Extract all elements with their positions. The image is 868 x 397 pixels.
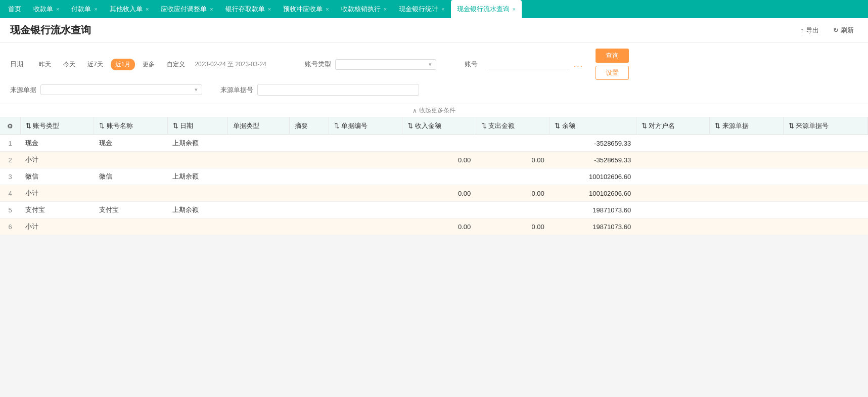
source-doc-label: 来源单据 [10,85,36,95]
cell-idx: 6 [0,218,20,235]
nav-cash-bank-flow[interactable]: 现金银行流水查询 × [451,0,522,18]
nav-home-label: 首页 [8,0,21,18]
nav-collection-exec-close[interactable]: × [384,0,387,18]
date-7days[interactable]: 近7天 [83,59,108,70]
refresh-button[interactable]: ↻ 刷新 [829,24,858,37]
date-1month[interactable]: 近1月 [111,59,135,70]
cell-doc_type [228,202,289,218]
cell-doc_type [228,218,289,235]
col-balance-label: ⇅ 余额 [555,122,575,129]
table-settings-col[interactable]: ⚙ [0,117,20,135]
gear-icon[interactable]: ⚙ [7,122,13,130]
cell-counterpart [636,152,710,168]
nav-bank-deposit[interactable]: 银行存取款单 × [219,0,277,18]
col-source-doc-no[interactable]: ⇅ 来源单据号 [783,117,867,135]
col-doc-type-label: 单据类型 [233,122,259,129]
col-counterpart[interactable]: ⇅ 对方户名 [636,117,710,135]
nav-payment-close[interactable]: × [94,0,97,18]
col-summary-label: 摘要 [295,122,308,129]
col-date[interactable]: ⇅ 日期 [167,117,228,135]
nav-collection-exec[interactable]: 收款核销执行 × [335,0,393,18]
col-doc-type: 单据类型 [228,117,289,135]
cell-source_doc [710,218,784,235]
table-row: 3微信微信上期余额100102606.60 [0,168,868,185]
col-income[interactable]: ⇅ 收入金额 [402,117,476,135]
source-doc-no-label: 来源单据号 [220,85,253,95]
cell-date: 上期余额 [167,202,228,218]
settings-button[interactable]: 设置 [596,66,629,80]
nav-home[interactable]: 首页 [2,0,27,18]
source-doc-no-section: 来源单据号 [220,84,419,96]
cell-source_doc [710,185,784,202]
nav-receipt-close[interactable]: × [56,0,59,18]
date-label: 日期 [10,60,30,69]
col-source-doc[interactable]: ⇅ 来源单据 [710,117,784,135]
collapse-bar[interactable]: ∧ 收起更多条件 [0,104,868,117]
cell-income: 0.00 [402,152,476,168]
cell-date [167,185,228,202]
nav-cash-bank-stat[interactable]: 现金银行统计 × [393,0,450,18]
cell-balance: 19871073.60 [550,218,636,235]
source-doc-arrow-icon: ▾ [195,86,198,93]
cell-account_name [94,218,168,235]
col-date-label: ⇅ 日期 [173,122,194,129]
page-header: 现金银行流水查询 ↑ 导出 ↻ 刷新 [0,18,868,42]
col-account-name[interactable]: ⇅ 账号名称 [94,117,168,135]
account-no-label: 账号 [465,60,485,69]
nav-other-income-label: 其他收入单 [110,0,143,18]
col-account-type[interactable]: ⇅ 账号类型 [20,117,94,135]
nav-advance-offset[interactable]: 预收冲应收单 × [277,0,335,18]
nav-advance-offset-close[interactable]: × [326,0,329,18]
cell-doc_type [228,168,289,185]
source-doc-select[interactable]: ▾ [40,84,202,95]
cell-income: 0.00 [402,218,476,235]
date-yesterday[interactable]: 昨天 [34,59,56,70]
col-balance[interactable]: ⇅ 余额 [550,117,636,135]
nav-advance-offset-label: 预收冲应收单 [283,0,323,18]
cell-doc_no [329,168,402,185]
nav-payment[interactable]: 付款单 × [65,0,103,18]
nav-receipt[interactable]: 收款单 × [27,0,65,18]
filter-area: 日期 昨天 今天 近7天 近1月 更多 自定义 2023-02-24 至 202… [0,42,868,104]
cell-idx: 4 [0,185,20,202]
col-expense[interactable]: ⇅ 支出金额 [476,117,550,135]
cell-source_doc_no [783,202,867,218]
date-more[interactable]: 更多 [138,59,159,70]
cell-account_name: 支付宝 [94,202,168,218]
query-button[interactable]: 查询 [596,49,629,63]
cell-account_name [94,185,168,202]
cell-expense: 0.00 [476,152,550,168]
cell-account_name [94,152,168,168]
nav-other-income[interactable]: 其他收入单 × [104,0,155,18]
cell-doc_no [329,135,402,152]
account-no-input[interactable] [489,59,570,69]
source-doc-no-input[interactable] [257,84,419,96]
cell-doc_no [329,202,402,218]
table-area: ⚙ ⇅ 账号类型 ⇅ 账号名称 ⇅ 日期 单据类型 摘要 ⇅ 单 [0,117,868,235]
nav-other-income-close[interactable]: × [146,0,149,18]
account-no-ellipsis-button[interactable]: ... [574,60,583,69]
cell-idx: 1 [0,135,20,152]
cell-account_type: 小计 [20,218,94,235]
nav-cash-bank-stat-close[interactable]: × [441,0,444,18]
nav-ar-ap-adjust[interactable]: 应收应付调整单 × [155,0,219,18]
col-doc-no[interactable]: ⇅ 单据编号 [329,117,402,135]
col-doc-no-label: ⇅ 单据编号 [334,122,368,129]
cell-counterpart [636,202,710,218]
cell-counterpart [636,185,710,202]
account-type-label: 账号类型 [305,60,331,69]
filter-row-source: 来源单据 ▾ 来源单据号 [10,84,858,96]
account-type-select[interactable]: ▾ [335,59,436,70]
date-custom[interactable]: 自定义 [162,59,190,70]
date-today[interactable]: 今天 [59,59,80,70]
col-source-doc-no-label: ⇅ 来源单据号 [789,122,829,129]
nav-ar-ap-close[interactable]: × [210,0,213,18]
nav-bank-deposit-close[interactable]: × [268,0,271,18]
table-row: 6小计0.000.0019871073.60 [0,218,868,235]
cell-account_type: 小计 [20,152,94,168]
export-button[interactable]: ↑ 导出 [797,24,824,37]
source-doc-section: 来源单据 ▾ [10,84,202,95]
col-expense-label: ⇅ 支出金额 [481,122,515,129]
cell-balance: -3528659.33 [550,152,636,168]
nav-cash-bank-flow-close[interactable]: × [513,0,516,18]
